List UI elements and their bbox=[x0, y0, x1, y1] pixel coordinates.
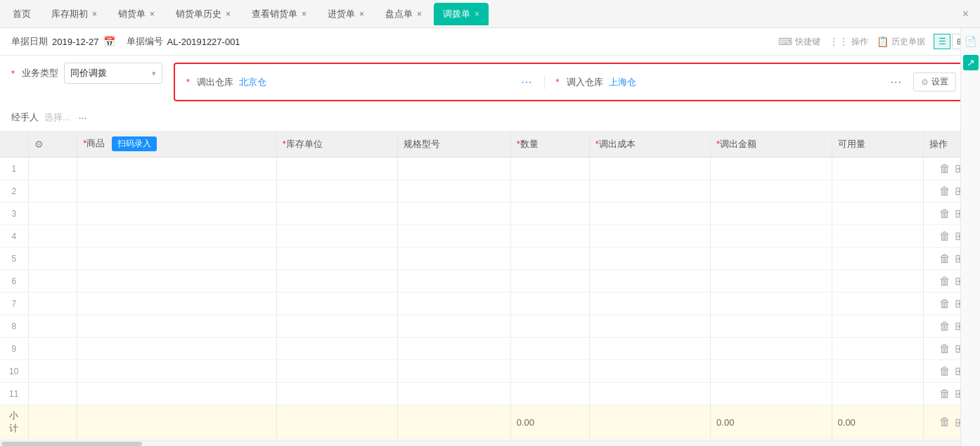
delete-icon[interactable]: 🗑 bbox=[939, 163, 950, 175]
history-button[interactable]: 📋 历史单据 bbox=[877, 36, 925, 48]
settings-label: 设置 bbox=[931, 76, 948, 88]
table-row: 4 🗑 ⊞ bbox=[0, 225, 980, 248]
delete-icon[interactable]: 🗑 bbox=[939, 343, 950, 355]
col-unit: *库存单位 bbox=[276, 131, 397, 158]
subtotal-row: 小计 0.00 0.00 0.00 🗑 ⊞ bbox=[0, 405, 980, 440]
out-warehouse-label: 调出仓库 bbox=[197, 76, 233, 89]
gear-col-icon[interactable]: ⚙ bbox=[34, 139, 44, 150]
row-index: 1 bbox=[0, 158, 28, 180]
person-select[interactable]: 选择... bbox=[44, 111, 70, 124]
top-toolbar: 单据日期 2019-12-27 📅 单据编号 AL-20191227-001 ⌨… bbox=[0, 28, 980, 56]
tab-home[interactable]: 首页 bbox=[4, 3, 39, 25]
person-more-button[interactable]: ··· bbox=[79, 112, 87, 123]
table-row: 1 🗑 ⊞ bbox=[0, 158, 980, 180]
row-index: 6 bbox=[0, 270, 28, 293]
out-warehouse-required: * bbox=[186, 77, 190, 87]
tab-view-sales-close[interactable]: × bbox=[302, 9, 307, 19]
col-product: *商品 扫码录入 bbox=[77, 131, 276, 158]
subtotal-amount: 0.00 bbox=[832, 405, 923, 440]
warehouse-divider bbox=[544, 75, 545, 89]
col-gear[interactable]: ⚙ bbox=[28, 131, 77, 158]
table-row: 6 🗑 ⊞ bbox=[0, 270, 980, 293]
person-label: 经手人 bbox=[11, 111, 39, 124]
delete-icon[interactable]: 🗑 bbox=[939, 388, 950, 400]
table-row: 3 🗑 ⊞ bbox=[0, 203, 980, 225]
warehouse-section: * 调出仓库 北京仓 ··· * 调入仓库 上海仓 ··· ⚙ 设置 bbox=[174, 63, 969, 101]
subtotal-quantity: 0.00 bbox=[510, 405, 589, 440]
col-spec: 规格型号 bbox=[398, 131, 511, 158]
date-group: 单据日期 2019-12-27 📅 bbox=[11, 35, 115, 48]
tab-purchase-order-close[interactable]: × bbox=[359, 9, 364, 19]
delete-icon[interactable]: 🗑 bbox=[939, 298, 950, 310]
delete-icon[interactable]: 🗑 bbox=[939, 320, 950, 333]
tab-purchase-order-label: 进货单 bbox=[328, 8, 355, 20]
tab-sales-order-close[interactable]: × bbox=[150, 9, 155, 19]
tab-view-sales[interactable]: 查看销货单 × bbox=[243, 3, 316, 25]
tab-transfer[interactable]: 调拨单 × bbox=[434, 3, 489, 25]
row-index: 11 bbox=[0, 383, 28, 405]
tab-inventory-init-close[interactable]: × bbox=[92, 9, 97, 19]
dropdown-arrow-icon: ▾ bbox=[152, 69, 156, 78]
tab-transfer-close[interactable]: × bbox=[475, 9, 479, 19]
history-icon: 📋 bbox=[877, 36, 889, 47]
view-list-button[interactable]: ☰ bbox=[934, 34, 950, 49]
sidebar-doc-icon[interactable]: 📄 bbox=[963, 34, 979, 49]
tab-inventory-check-close[interactable]: × bbox=[417, 9, 422, 19]
right-sidebar: 📄 ↗ bbox=[960, 28, 980, 446]
tab-bar: 首页 库存期初 × 销货单 × 销货单历史 × 查看销货单 × 进货单 × 盘点… bbox=[0, 0, 980, 28]
in-warehouse-more-button[interactable]: ··· bbox=[891, 76, 902, 89]
in-warehouse-label: 调入仓库 bbox=[567, 76, 603, 89]
row-index: 5 bbox=[0, 248, 28, 270]
col-index bbox=[0, 131, 28, 158]
form-area: * 业务类型 同价调拨 ▾ * 调出仓库 北京仓 ··· bbox=[0, 56, 980, 108]
tab-inventory-init[interactable]: 库存期初 × bbox=[42, 3, 106, 25]
subtotal-delete-icon[interactable]: 🗑 bbox=[939, 416, 950, 428]
tab-transfer-label: 调拨单 bbox=[443, 8, 470, 20]
main-table: ⚙ *商品 扫码录入 *库存单位 规格型号 *数量 *调出成本 *调出金额 可用… bbox=[0, 131, 980, 440]
delete-icon[interactable]: 🗑 bbox=[939, 275, 950, 288]
business-type-label: 业务类型 bbox=[22, 67, 58, 79]
business-type-select[interactable]: 同价调拨 ▾ bbox=[64, 63, 162, 84]
delete-icon[interactable]: 🗑 bbox=[939, 253, 950, 265]
sidebar-expand-icon[interactable]: ↗ bbox=[963, 55, 979, 70]
operation-label: 操作 bbox=[851, 36, 868, 48]
col-cost: *调出成本 bbox=[589, 131, 710, 158]
table-row: 5 🗑 ⊞ bbox=[0, 248, 980, 270]
toolbar-right: ⌨ 快捷键 ⋮⋮ 操作 📋 历史单据 ☰ ⊞ bbox=[778, 34, 969, 49]
docno-value: AL-20191227-001 bbox=[167, 37, 240, 47]
delete-icon[interactable]: 🗑 bbox=[939, 365, 950, 378]
row-index: 9 bbox=[0, 338, 28, 360]
in-warehouse-value: 上海仓 bbox=[609, 76, 882, 89]
gear-settings-icon: ⚙ bbox=[921, 77, 929, 87]
delete-icon[interactable]: 🗑 bbox=[939, 208, 950, 220]
tab-sales-order[interactable]: 销货单 × bbox=[109, 3, 164, 25]
delete-icon[interactable]: 🗑 bbox=[939, 230, 950, 243]
tab-sales-history-close[interactable]: × bbox=[226, 9, 231, 19]
tab-inventory-check[interactable]: 盘点单 × bbox=[376, 3, 431, 25]
scan-button[interactable]: 扫码录入 bbox=[112, 136, 157, 151]
in-warehouse-required: * bbox=[556, 77, 560, 87]
horizontal-scrollbar[interactable] bbox=[0, 440, 980, 446]
close-window-button[interactable]: × bbox=[954, 8, 977, 20]
row-index: 3 bbox=[0, 203, 28, 225]
row-index: 10 bbox=[0, 360, 28, 383]
delete-icon[interactable]: 🗑 bbox=[939, 185, 950, 198]
tab-sales-history[interactable]: 销货单历史 × bbox=[167, 3, 240, 25]
out-warehouse-more-button[interactable]: ··· bbox=[521, 76, 532, 89]
date-label: 单据日期 bbox=[11, 35, 48, 48]
tab-inventory-init-label: 库存期初 bbox=[51, 8, 88, 20]
operation-button[interactable]: ⋮⋮ 操作 bbox=[829, 36, 868, 48]
col-available: 可用量 bbox=[832, 131, 923, 158]
shortcut-button[interactable]: ⌨ 快捷键 bbox=[778, 36, 820, 48]
shortcut-icon: ⌨ bbox=[778, 36, 792, 47]
history-label: 历史单据 bbox=[891, 36, 925, 48]
settings-button[interactable]: ⚙ 设置 bbox=[913, 72, 956, 91]
scroll-thumb[interactable] bbox=[1, 442, 142, 446]
in-warehouse-group: * 调入仓库 上海仓 ··· bbox=[556, 76, 902, 89]
col-amount: *调出金额 bbox=[711, 131, 832, 158]
row-index: 8 bbox=[0, 315, 28, 338]
tab-purchase-order[interactable]: 进货单 × bbox=[318, 3, 373, 25]
table-row: 11 🗑 ⊞ bbox=[0, 383, 980, 405]
tab-view-sales-label: 查看销货单 bbox=[252, 8, 297, 20]
calendar-icon[interactable]: 📅 bbox=[103, 36, 115, 47]
